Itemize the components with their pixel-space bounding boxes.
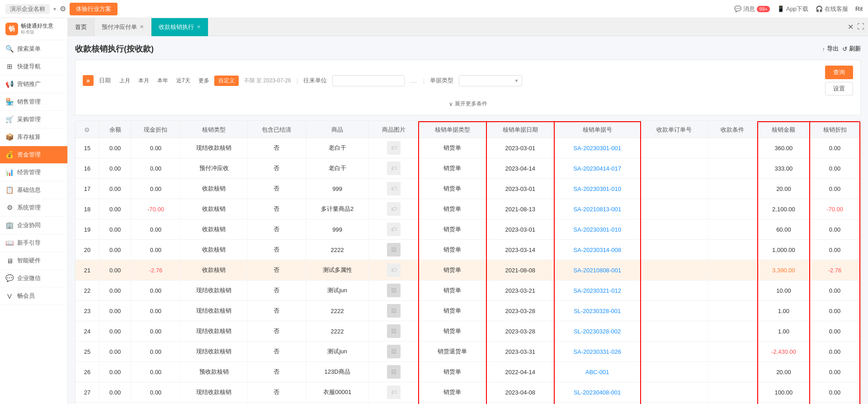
company-selector[interactable]: 演示企业名称: [5, 4, 50, 14]
column-settings-icon[interactable]: ⚙: [84, 126, 90, 133]
tab-prepay[interactable]: 预付冲应付单 ✕: [94, 18, 151, 36]
date-btn-7days[interactable]: 近7天: [173, 76, 193, 86]
date-btn-custom[interactable]: 自定义: [214, 76, 239, 86]
tab-receipt-verify[interactable]: 收款核销执行 ✕: [151, 18, 208, 36]
verify-no-link[interactable]: SA-20230301-010: [573, 185, 621, 192]
verify-amount-value: 10.00: [776, 287, 791, 294]
settings-icon[interactable]: ⚙: [60, 5, 66, 13]
product-img: 🏷: [387, 223, 401, 236]
td-seq: 22: [75, 280, 99, 301]
td-cash-discount: -70.00: [131, 199, 180, 219]
online-service-button[interactable]: 🎧 在线客服: [816, 5, 848, 13]
td-verify-discount: 0.00: [810, 138, 860, 158]
verify-discount-value: 0.00: [829, 389, 840, 396]
expand-more-button[interactable]: ∨ 展开更多条件: [83, 98, 853, 109]
verify-no-link[interactable]: ABC-001: [585, 369, 609, 375]
sidebar-item-sales[interactable]: 🏪 销售管理: [0, 93, 67, 111]
td-seq: 18: [75, 199, 99, 219]
sidebar-item-search[interactable]: 🔍 搜索菜单: [0, 40, 67, 58]
sidebar-item-basic[interactable]: 📋 基础信息: [0, 181, 67, 199]
sidebar-item-system[interactable]: ⚙ 系统管理: [0, 199, 67, 217]
verify-no-link[interactable]: SA-20230301-001: [573, 145, 621, 152]
tab-home[interactable]: 首页: [68, 18, 94, 36]
verify-discount-value: 0.00: [829, 145, 840, 152]
date-btn-this-month[interactable]: 本月: [135, 76, 152, 86]
expand-more-icon: ∨: [449, 101, 453, 107]
td-product: 衣服00001: [306, 382, 369, 403]
refresh-button[interactable]: ↺ 刷新: [842, 45, 861, 53]
td-balance: 0.00: [99, 138, 131, 158]
message-button[interactable]: 💬 消息 99+: [734, 5, 770, 13]
query-button[interactable]: 查询: [825, 66, 853, 79]
th-verify-date: 核销单据日期: [486, 122, 554, 138]
td-receipt-order-no: [641, 342, 708, 362]
verify-amount-value: 20.00: [776, 185, 791, 192]
td-product-img: 🖼: [369, 362, 419, 382]
td-cash-discount: 0.00: [131, 138, 180, 158]
td-seq: 23: [75, 301, 99, 321]
verify-no-link[interactable]: SL-20230408-001: [574, 389, 621, 396]
partner-input[interactable]: [332, 75, 405, 86]
sidebar-item-guide[interactable]: 📖 新手引导: [0, 234, 67, 252]
td-verify-type: 收款核销: [180, 260, 247, 280]
td-verify-discount: 0.00: [810, 362, 860, 382]
date-btn-more[interactable]: 更多: [195, 76, 212, 86]
sidebar-item-finance[interactable]: 💰 资金管理: [0, 146, 67, 164]
cash-discount-value: 0.00: [150, 185, 161, 192]
td-balance: 0.00: [99, 260, 131, 280]
sidebar-item-purchase[interactable]: 🛒 采购管理: [0, 111, 67, 128]
sidebar-item-hardware[interactable]: 🖥 智能硬件: [0, 252, 67, 270]
sidebar-item-inventory[interactable]: 📦 库存核算: [0, 128, 67, 146]
td-receipt-condition: [708, 362, 758, 382]
date-btn-this-year[interactable]: 本年: [154, 76, 171, 86]
td-balance: 0.00: [99, 179, 131, 199]
cash-discount-value: 0.00: [150, 369, 161, 375]
filter-expand-button[interactable]: »: [83, 75, 94, 86]
sidebar-item-marketing[interactable]: 📢 营销推广: [0, 76, 67, 93]
tab-prepay-close[interactable]: ✕: [140, 24, 144, 30]
verify-no-link[interactable]: SA-20230331-026: [573, 348, 621, 355]
industry-solution-button[interactable]: 体验行业方案: [70, 3, 118, 15]
td-verify-amount: 1.00: [758, 321, 810, 342]
voucher-type-select[interactable]: [459, 75, 522, 86]
sidebar-item-quick-nav[interactable]: ⊞ 快捷导航: [0, 58, 67, 76]
verify-amount-value: 333.00: [775, 165, 793, 172]
th-gear[interactable]: ⚙: [75, 122, 99, 138]
verify-no-link[interactable]: SA-20210813-001: [573, 206, 621, 213]
app-download-button[interactable]: 📱 App下载: [777, 5, 808, 13]
sidebar-item-member[interactable]: V 畅会员: [0, 287, 67, 305]
tab-prepay-label: 预付冲应付单: [102, 23, 137, 31]
product-img: 🖼: [387, 284, 401, 297]
td-receipt-condition: [708, 403, 758, 404]
td-verify-amount: 2,100.00: [758, 199, 810, 219]
td-include-settled: 否: [247, 321, 306, 342]
td-verify-date: 2023-03-28: [486, 321, 554, 342]
top-bar-right: 💬 消息 99+ 📱 App下载 🎧 在线客服 Rit: [734, 5, 863, 13]
export-button[interactable]: ↑ 导出: [822, 45, 839, 53]
td-verify-discount: 0.00: [810, 321, 860, 342]
verify-no-link[interactable]: SA-20210808-001: [573, 267, 621, 274]
product-img: 🖼: [387, 324, 401, 338]
filter-settings-button[interactable]: 设置: [825, 82, 853, 95]
verify-no-link[interactable]: SA-20230414-017: [573, 165, 621, 172]
verify-no-link[interactable]: SL-20230328-002: [574, 328, 621, 335]
verify-no-link[interactable]: SA-20230314-008: [573, 247, 621, 253]
td-verify-discount: 0.00: [810, 280, 860, 301]
partner-search-dots[interactable]: ...: [410, 77, 418, 84]
td-product-img: 🖼: [369, 321, 419, 342]
td-receipt-condition: [708, 199, 758, 219]
tab-close-window-icon[interactable]: ✕: [848, 23, 854, 31]
td-receipt-order-no: [641, 260, 708, 280]
tab-expand-icon[interactable]: ⛶: [857, 23, 864, 31]
sidebar-item-operations[interactable]: 📊 经营管理: [0, 164, 67, 181]
date-btn-last-month[interactable]: 上月: [116, 76, 133, 86]
td-receipt-order-no: [641, 219, 708, 240]
sidebar-item-wechat[interactable]: 💬 企业微信: [0, 270, 67, 287]
sidebar-item-enterprise[interactable]: 🏢 企业协同: [0, 217, 67, 234]
verify-no-link[interactable]: SL-20230328-001: [574, 308, 621, 314]
phone-icon: 📱: [777, 5, 784, 12]
tab-receipt-verify-close[interactable]: ✕: [197, 24, 201, 30]
td-seq: 15: [75, 138, 99, 158]
verify-no-link[interactable]: SA-20230301-010: [573, 226, 621, 233]
verify-no-link[interactable]: SA-20230321-012: [573, 287, 621, 294]
